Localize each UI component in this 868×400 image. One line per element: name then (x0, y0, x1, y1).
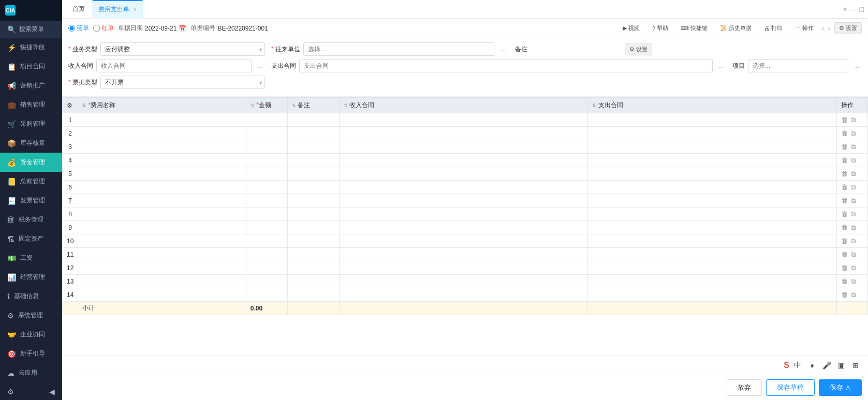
cell-expense-contract[interactable] (588, 261, 837, 275)
sort-amount-icon[interactable]: ⇅ (251, 103, 255, 108)
sidebar-item-project[interactable]: 📋 项目合同 (0, 57, 62, 76)
radio-red-input[interactable] (93, 25, 100, 32)
cell-income-contract[interactable] (339, 154, 588, 167)
cell-amount[interactable] (246, 194, 287, 208)
delete-row-icon[interactable]: 🗑 (841, 291, 848, 299)
tab-expense[interactable]: 费用支出单 × (92, 0, 143, 19)
cell-expense-contract[interactable] (588, 181, 837, 194)
cell-income-contract[interactable] (339, 288, 588, 302)
delete-row-icon[interactable]: 🗑 (841, 170, 848, 177)
cell-income-contract[interactable] (339, 113, 588, 127)
cell-note[interactable] (287, 248, 339, 261)
cell-name[interactable] (78, 113, 246, 127)
delete-row-icon[interactable]: 🗑 (841, 156, 848, 164)
cell-income-contract[interactable] (339, 181, 588, 194)
cell-expense-contract[interactable] (588, 234, 837, 248)
cell-amount[interactable] (246, 248, 287, 261)
sidebar-item-system[interactable]: ⚙ 系统管理 (0, 306, 62, 325)
cell-expense-contract[interactable] (588, 140, 837, 154)
partner-ellipsis[interactable]: … (498, 46, 509, 53)
cell-note[interactable] (287, 113, 339, 127)
cell-expense-contract[interactable] (588, 248, 837, 261)
save-btn[interactable]: 保存 ∧ (819, 379, 862, 396)
cell-income-contract[interactable] (339, 208, 588, 221)
shortcut-chinese-icon[interactable]: 中 (791, 359, 804, 372)
radio-red[interactable]: 红单 (93, 24, 114, 33)
copy-row-icon[interactable]: ⧉ (851, 197, 856, 205)
cell-name[interactable] (78, 221, 246, 234)
cell-name[interactable] (78, 275, 246, 288)
income-contract-input[interactable] (96, 59, 252, 72)
cell-note[interactable] (287, 234, 339, 248)
cell-name[interactable] (78, 208, 246, 221)
settings-btn[interactable]: ⚙ 设置 (834, 22, 862, 34)
cell-expense-contract[interactable] (588, 167, 837, 181)
col-gear[interactable]: ⚙ (63, 98, 78, 113)
cell-note[interactable] (287, 221, 339, 234)
cell-income-contract[interactable] (339, 234, 588, 248)
delete-row-icon[interactable]: 🗑 (841, 116, 848, 124)
sidebar-item-cloud[interactable]: ☁ 云应用 (0, 363, 62, 382)
sidebar-item-sales[interactable]: 💼 销售管理 (0, 95, 62, 114)
form-settings-btn[interactable]: ⚙ 设置 (625, 43, 652, 55)
project-ellipsis[interactable]: … (851, 62, 862, 69)
copy-row-icon[interactable]: ⧉ (851, 224, 856, 232)
copy-row-icon[interactable]: ⧉ (851, 210, 856, 218)
partner-input[interactable] (303, 42, 495, 56)
cell-note[interactable] (287, 261, 339, 275)
sort-expense-icon[interactable]: ⇅ (592, 103, 596, 108)
cell-name[interactable] (78, 194, 246, 208)
shortcut-btn[interactable]: ⌨ 快捷键 (676, 23, 712, 34)
cell-income-contract[interactable] (339, 261, 588, 275)
delete-row-icon[interactable]: 🗑 (841, 143, 848, 151)
copy-row-icon[interactable]: ⧉ (851, 277, 856, 286)
close-window-btn[interactable]: × (843, 5, 847, 13)
cell-amount[interactable] (246, 261, 287, 275)
prev-icon[interactable]: ‹ (822, 25, 824, 32)
cell-income-contract[interactable] (339, 127, 588, 140)
cell-amount[interactable] (246, 140, 287, 154)
sidebar-item-purchase[interactable]: 🛒 采购管理 (0, 114, 62, 134)
delete-row-icon[interactable]: 🗑 (841, 210, 848, 218)
cell-amount[interactable] (246, 181, 287, 194)
cell-income-contract[interactable] (339, 194, 588, 208)
save-draft-btn[interactable]: 保存草稿 (766, 379, 815, 396)
cell-note[interactable] (287, 140, 339, 154)
copy-row-icon[interactable]: ⧉ (851, 291, 856, 299)
cell-amount[interactable] (246, 275, 287, 288)
copy-row-icon[interactable]: ⧉ (851, 170, 856, 178)
sidebar-item-search[interactable]: 🔍 搜索菜单 (0, 21, 62, 38)
cell-income-contract[interactable] (339, 221, 588, 234)
cell-expense-contract[interactable] (588, 288, 837, 302)
cell-income-contract[interactable] (339, 275, 588, 288)
cell-amount[interactable] (246, 127, 287, 140)
cell-note[interactable] (287, 275, 339, 288)
cell-amount[interactable] (246, 221, 287, 234)
sidebar-item-guide[interactable]: 🎯 新手引导 (0, 344, 62, 363)
copy-row-icon[interactable]: ⧉ (851, 237, 856, 245)
restore-window-btn[interactable]: □ (860, 5, 864, 13)
cell-name[interactable] (78, 181, 246, 194)
sort-name-icon[interactable]: ⇅ (82, 103, 86, 108)
delete-row-icon[interactable]: 🗑 (841, 224, 848, 231)
tab-close-icon[interactable]: × (134, 7, 137, 12)
copy-row-icon[interactable]: ⧉ (851, 156, 856, 165)
video-btn[interactable]: ▶ 视频 (619, 23, 644, 34)
cell-name[interactable] (78, 127, 246, 140)
invoice-type-select[interactable]: 不开票 (100, 76, 265, 89)
cell-name[interactable] (78, 154, 246, 167)
cell-expense-contract[interactable] (588, 127, 837, 140)
copy-row-icon[interactable]: ⧉ (851, 116, 856, 124)
cell-note[interactable] (287, 288, 339, 302)
cell-note[interactable] (287, 154, 339, 167)
minimize-window-btn[interactable]: – (851, 5, 856, 13)
sidebar-item-tax[interactable]: 🏛 税务管理 (0, 210, 62, 229)
cell-expense-contract[interactable] (588, 113, 837, 127)
sidebar-item-marketing[interactable]: 📢 营销推广 (0, 76, 62, 95)
expense-contract-input[interactable] (299, 59, 713, 72)
shortcut-diamond-icon[interactable]: ♦ (806, 359, 818, 372)
delete-row-icon[interactable]: 🗑 (841, 197, 848, 204)
delete-row-icon[interactable]: 🗑 (841, 129, 848, 137)
cell-expense-contract[interactable] (588, 154, 837, 167)
cell-name[interactable] (78, 288, 246, 302)
